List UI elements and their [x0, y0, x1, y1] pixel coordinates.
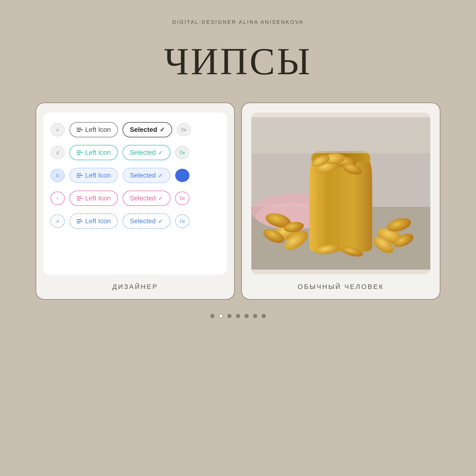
chip-partial-left-1: e — [51, 123, 65, 136]
check-icon-1: ✓ — [160, 127, 165, 133]
dot-1[interactable] — [210, 314, 214, 318]
chip-selected-3[interactable]: Selected ✓ — [122, 168, 170, 183]
chip-partial-right-1: De — [177, 123, 191, 136]
filter-icon-4 — [77, 196, 83, 200]
right-card: ОБЫЧНЫЙ ЧЕЛОВЕК — [241, 102, 440, 300]
chip-row-3: h Left Icon Selected ✓ — [51, 168, 220, 183]
dot-3[interactable] — [227, 314, 232, 318]
dot-4[interactable] — [236, 314, 240, 318]
filter-icon-5 — [77, 219, 83, 223]
chip-partial-left-4: t — [51, 192, 65, 205]
dot-7[interactable] — [262, 314, 266, 318]
left-card: e Left Icon Selected ✓ — [36, 102, 235, 300]
dot-6[interactable] — [253, 314, 257, 318]
pagination — [210, 314, 266, 318]
chip-partial-right-3 — [175, 169, 189, 182]
filter-icon-2 — [77, 151, 83, 155]
chip-row-4: t Left Icon Selected ✓ — [51, 191, 220, 206]
dot-5[interactable] — [244, 314, 249, 318]
check-icon-5: ✓ — [158, 218, 163, 224]
chip-partial-right-2: De — [175, 146, 189, 159]
chip-selected-1[interactable]: Selected ✓ — [122, 122, 172, 137]
check-icon-3: ✓ — [158, 172, 163, 178]
chip-left-icon-3[interactable]: Left Icon — [69, 168, 118, 183]
chip-partial-left-3: h — [51, 169, 65, 182]
chip-selected-2[interactable]: Selected ✓ — [122, 145, 170, 160]
chip-partial-left-2: d — [51, 146, 65, 159]
right-card-label: ОБЫЧНЫЙ ЧЕЛОВЕК — [242, 274, 440, 299]
chips-photo-svg — [251, 113, 430, 274]
chip-partial-right-4: De — [175, 192, 189, 205]
svg-rect-22 — [251, 117, 430, 153]
left-card-label: ДИЗАЙНЕР — [36, 274, 234, 299]
chip-row-2: d Left Icon Selected ✓ — [51, 145, 220, 160]
filter-icon-1 — [77, 128, 83, 132]
chip-ui-area: e Left Icon Selected ✓ — [43, 113, 227, 274]
chip-row-5: d Left Icon Selected ✓ — [51, 214, 220, 229]
filter-icon-3 — [77, 173, 83, 178]
chip-partial-left-5: d — [51, 214, 65, 228]
chip-row-1: e Left Icon Selected ✓ — [51, 122, 220, 137]
chip-selected-4[interactable]: Selected ✓ — [122, 191, 170, 206]
chip-partial-right-5: De — [175, 214, 189, 228]
chip-left-icon-2[interactable]: Left Icon — [69, 145, 118, 160]
cards-container: e Left Icon Selected ✓ — [36, 102, 440, 300]
check-icon-4: ✓ — [158, 195, 163, 201]
chip-left-icon-1[interactable]: Left Icon — [69, 122, 118, 137]
check-icon-2: ✓ — [158, 150, 163, 156]
designer-credit: DIGITAL-DESIGNER ALINA ANISENKOVA — [172, 19, 304, 25]
chip-left-icon-4[interactable]: Left Icon — [69, 191, 118, 206]
chip-selected-5[interactable]: Selected ✓ — [122, 214, 170, 229]
chip-left-icon-5[interactable]: Left Icon — [69, 214, 118, 229]
main-title: ЧИПСЫ — [164, 39, 312, 84]
chips-image-area — [251, 113, 430, 274]
dot-2[interactable] — [219, 314, 223, 318]
